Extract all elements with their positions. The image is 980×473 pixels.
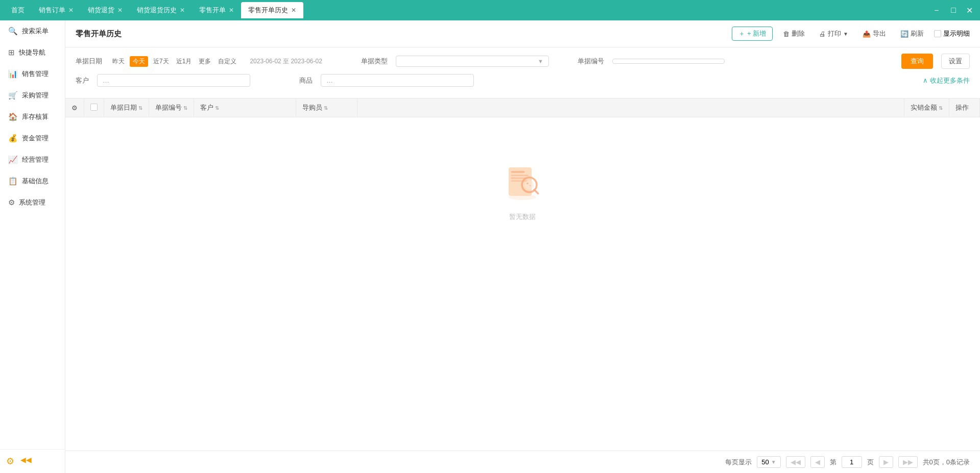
sidebar-item-system-mgmt[interactable]: ⚙ 系统管理 (0, 192, 65, 213)
last-page-icon: ▶▶ (903, 458, 913, 466)
sidebar-item-operations[interactable]: 📈 经营管理 (0, 149, 65, 170)
tab-retail-open-history[interactable]: 零售开单历史 ✕ (241, 2, 303, 18)
tab-bar: 首页 销售订单 ✕ 销货退货 ✕ 销货退货历史 ✕ 零售开单 ✕ 零售开单历史 … (0, 0, 980, 20)
th-amount-sort-icon: ⇅ (939, 105, 943, 111)
next-page-icon: ▶ (883, 458, 889, 466)
th-doc-date[interactable]: 单据日期 ⇅ (104, 98, 149, 117)
date-more[interactable]: 更多 (197, 56, 213, 67)
collapse-button[interactable]: ∧ 收起更多条件 (923, 76, 970, 85)
filter-row-2: 客户 … 商品 … ∧ 收起更多条件 (76, 74, 970, 87)
last-page-button[interactable]: ▶▶ (898, 456, 918, 468)
operations-icon: 📈 (8, 155, 18, 164)
sidebar-settings-icon[interactable]: ⚙ (6, 456, 14, 467)
page-input[interactable] (842, 456, 862, 468)
per-page-dropdown-icon: ▼ (771, 459, 776, 465)
content-area: 零售开单历史 ＋ + 新增 🗑 删除 🖨 打印 ▼ 📤 导出 (65, 20, 980, 473)
sidebar-item-sales-mgmt[interactable]: 📊 销售管理 (0, 63, 65, 85)
sidebar-item-finance[interactable]: 💰 资金管理 (0, 128, 65, 149)
tab-sales-order-label: 销售订单 (39, 6, 65, 15)
th-doc-no-sort-icon: ⇅ (183, 105, 187, 111)
tab-home-label: 首页 (11, 6, 25, 15)
first-page-button[interactable]: ◀◀ (786, 456, 805, 468)
print-dropdown-icon: ▼ (843, 31, 848, 37)
th-doc-no[interactable]: 单据编号 ⇅ (149, 98, 194, 117)
first-page-icon: ◀◀ (791, 458, 801, 466)
doc-type-select[interactable]: ▼ (396, 56, 549, 67)
tab-home[interactable]: 首页 (4, 2, 32, 18)
sidebar-item-quick-nav[interactable]: ⊞ 快捷导航 (0, 42, 65, 63)
tab-retail-open-label: 零售开单 (199, 6, 226, 15)
th-settings[interactable]: ⚙ (65, 98, 84, 117)
export-button[interactable]: 📤 导出 (858, 27, 890, 40)
goods-input[interactable]: … (321, 74, 474, 87)
sidebar: 🔍 搜索采单 ⊞ 快捷导航 📊 销售管理 🛒 采购管理 🏠 库存核算 💰 资金管… (0, 20, 65, 473)
header-checkbox[interactable] (90, 104, 98, 111)
date-label: 单据日期 (76, 57, 102, 66)
next-page-button[interactable]: ▶ (879, 456, 893, 468)
sidebar-item-search-purchase[interactable]: 🔍 搜索采单 (0, 20, 65, 42)
delete-label: 删除 (792, 29, 805, 38)
tab-sales-return-history-close[interactable]: ✕ (180, 7, 185, 14)
th-customer-label: 客户 (200, 103, 213, 112)
show-detail-checkbox[interactable] (934, 30, 941, 37)
sidebar-item-basic-info[interactable]: 📋 基础信息 (0, 170, 65, 192)
query-button[interactable]: 查询 (901, 54, 933, 69)
empty-state: 暂无数据 (65, 117, 980, 262)
tab-retail-open-history-close[interactable]: ✕ (291, 7, 296, 14)
prev-page-button[interactable]: ◀ (810, 456, 825, 468)
delete-button[interactable]: 🗑 删除 (779, 27, 809, 40)
total-info: 共0页，0条记录 (923, 458, 970, 467)
window-close-btn[interactable]: ✕ (963, 6, 976, 15)
svg-point-7 (525, 180, 534, 189)
empty-row: 暂无数据 (65, 117, 980, 263)
svg-rect-3 (511, 175, 529, 176)
date-yesterday[interactable]: 昨天 (110, 56, 127, 67)
print-button[interactable]: 🖨 打印 ▼ (815, 27, 852, 40)
th-customer[interactable]: 客户 ⇅ (194, 98, 296, 117)
home-icon: ⊞ (8, 48, 15, 57)
th-amount-label: 实销金额 (911, 103, 937, 112)
add-button[interactable]: ＋ + 新增 (732, 27, 773, 41)
tab-retail-open-close[interactable]: ✕ (229, 7, 234, 14)
tab-sales-order[interactable]: 销售订单 ✕ (32, 2, 81, 18)
per-page-select[interactable]: 50 ▼ (757, 456, 780, 468)
svg-rect-5 (511, 180, 528, 182)
th-guide[interactable]: 导购员 ⇅ (296, 98, 357, 117)
window-maximize-btn[interactable]: □ (948, 6, 959, 15)
customer-label: 客户 (76, 76, 89, 85)
gear-icon[interactable]: ⚙ (71, 104, 78, 112)
refresh-button[interactable]: 🔄 刷新 (896, 27, 928, 40)
add-icon: ＋ (738, 29, 745, 38)
goods-dots: … (326, 77, 333, 84)
doc-no-input[interactable] (612, 59, 725, 64)
sidebar-item-inventory[interactable]: 🏠 库存核算 (0, 106, 65, 128)
th-checkbox[interactable] (84, 98, 104, 117)
tab-sales-return-history[interactable]: 销货退货历史 ✕ (130, 2, 192, 18)
purchase-icon: 🛒 (8, 91, 18, 100)
collapse-label: 收起更多条件 (930, 76, 970, 85)
per-page-label: 每页显示 (725, 458, 752, 467)
export-label: 导出 (873, 29, 886, 38)
date-last7days[interactable]: 近7天 (151, 56, 171, 67)
delete-icon: 🗑 (783, 30, 790, 38)
th-doc-date-label: 单据日期 (110, 103, 137, 112)
th-amount[interactable]: 实销金额 ⇅ (904, 98, 949, 117)
date-custom[interactable]: 自定义 (216, 56, 238, 67)
tab-sales-return-history-label: 销货退货历史 (137, 6, 177, 15)
date-last1month[interactable]: 近1月 (174, 56, 194, 67)
settings-button[interactable]: 设置 (941, 54, 970, 69)
tab-sales-return[interactable]: 销货退货 ✕ (81, 2, 130, 18)
sidebar-item-purchase-mgmt[interactable]: 🛒 采购管理 (0, 85, 65, 106)
tab-sales-order-close[interactable]: ✕ (68, 7, 74, 14)
doc-no-label: 单据编号 (578, 57, 604, 66)
customer-input[interactable]: … (97, 74, 250, 87)
table-header: ⚙ 单据日期 ⇅ 单据编号 (65, 98, 980, 117)
doc-type-label: 单据类型 (361, 57, 388, 66)
window-minimize-btn[interactable]: － (929, 5, 944, 16)
date-today[interactable]: 今天 (130, 56, 148, 67)
sidebar-operations-label: 经营管理 (22, 155, 49, 164)
page-word-label: 第 (830, 458, 836, 467)
tab-retail-open[interactable]: 零售开单 ✕ (192, 2, 241, 18)
tab-sales-return-close[interactable]: ✕ (117, 7, 123, 14)
sidebar-collapse-icon[interactable]: ◀◀ (20, 456, 32, 467)
